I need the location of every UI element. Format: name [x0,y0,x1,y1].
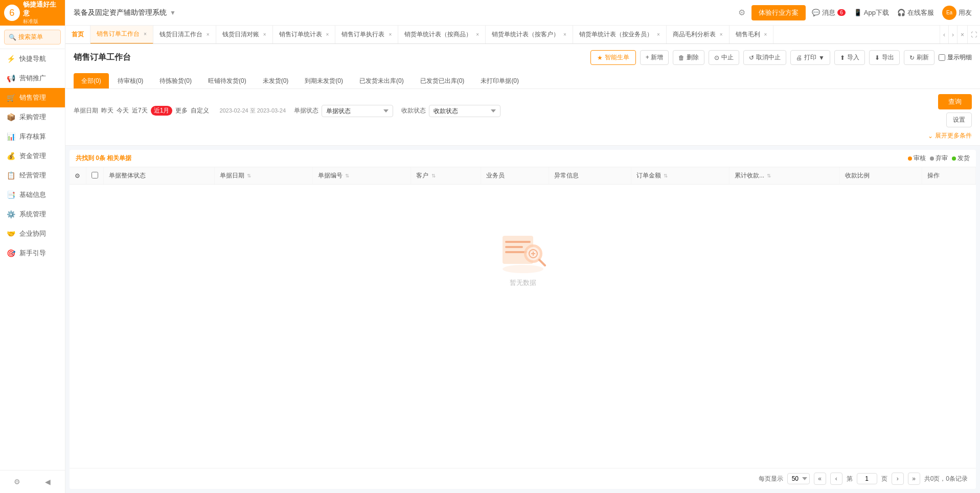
import-button[interactable]: ⬆ 导入 [834,50,865,65]
messages-button[interactable]: 💬 消息 6 [812,8,846,17]
empty-text: 暂无数据 [510,278,536,287]
select-all-checkbox[interactable] [92,172,98,178]
industry-btn[interactable]: 体验行业方案 [751,5,806,20]
query-button[interactable]: 查询 [938,94,972,109]
th-collected[interactable]: 累计收款... ⇅ [730,167,840,185]
tab-close-sales-stat3[interactable]: × [563,32,566,37]
sub-tab-wangpu-pending[interactable]: 旺铺待发货(0) [200,73,254,88]
sidebar-item-quick-nav[interactable]: ⚡ 快捷导航 [0,49,65,69]
tab-sales-gross[interactable]: 销售毛利× [730,26,774,44]
prev-page-button[interactable]: ‹ [830,473,842,485]
cancel-abort-button[interactable]: ↺ 取消中止 [743,50,786,65]
date-7days[interactable]: 近7天 [132,106,148,115]
sidebar-item-operations[interactable]: 📋 经营管理 [0,166,65,185]
th-number[interactable]: 单据编号 ⇅ [312,167,411,185]
cancel-audit-action-button[interactable]: 弃审 [930,154,948,163]
tab-cash-reconcile[interactable]: 钱货日清对账× [216,26,273,44]
next-page-button[interactable]: › [892,473,904,485]
refresh-button[interactable]: ↻ 刷新 [904,50,935,65]
tab-home[interactable]: 首页 [65,26,90,44]
status-filter-item: 单据状态 单据状态 [294,105,393,117]
tab-cash-daily[interactable]: 钱货日清工作台× [153,26,216,44]
tab-close-cash-daily[interactable]: × [207,32,210,37]
expand-filter-button[interactable]: ⌄ 展开更多条件 [928,131,972,140]
sidebar-item-finance[interactable]: 💰 资金管理 [0,146,65,166]
tab-sales-stat4[interactable]: 销货单统计表（按业务员）× [573,26,667,44]
sidebar-item-base-info[interactable]: 📑 基础信息 [0,185,65,205]
tab-profit-analysis[interactable]: 商品毛利分析表× [667,26,730,44]
th-customer[interactable]: 客户 ⇅ [411,167,481,185]
sidebar-item-marketing[interactable]: 📢 营销推广 [0,69,65,88]
sidebar-item-sales[interactable]: 🛒 销售管理 [0,88,65,107]
tab-close-sales-gross[interactable]: × [764,32,767,37]
collapse-sidebar-button[interactable]: ◀ [35,475,61,489]
tab-sales-stat2[interactable]: 销货单统计表（按商品）× [398,26,486,44]
date-more[interactable]: 更多 [175,106,188,115]
show-detail-label[interactable]: 显示明细 [939,53,972,62]
sub-tab-all[interactable]: 全部(0) [74,73,109,88]
user-button[interactable]: Ea 用友 [942,6,972,20]
tab-fullscreen-button[interactable]: ⛶ [967,26,980,44]
app-download-button[interactable]: 📱 App下载 [854,8,889,17]
sidebar-item-cooperation[interactable]: 🤝 企业协同 [0,224,65,243]
add-button[interactable]: + 新增 [640,50,669,65]
logo-title: 畅捷通好生意 [23,1,61,18]
star-icon: ★ [597,54,603,61]
tab-close-sales-exec[interactable]: × [389,32,392,37]
sidebar-item-purchase[interactable]: 📦 采购管理 [0,107,65,127]
date-1month[interactable]: 近1月 [151,106,173,116]
tab-close-sales-workbench[interactable]: × [144,31,147,37]
tab-close-sales-stat4[interactable]: × [657,32,660,37]
date-custom[interactable]: 自定义 [191,106,209,115]
sub-tab-shipped-out[interactable]: 已发货已出库(0) [413,73,472,88]
sub-tab-pending-audit[interactable]: 待审核(0) [110,73,151,88]
show-detail-checkbox[interactable] [939,54,945,61]
column-settings-th[interactable]: ⚙ [70,167,86,185]
filter-settings-button[interactable]: 设置 [946,113,972,127]
sub-tab-pending-check[interactable]: 待拣验货(0) [152,73,199,88]
tab-sales-workbench[interactable]: 销售订单工作台× [90,26,153,44]
th-date[interactable]: 单据日期 ⇅ [214,167,312,185]
tab-scroll-left-button[interactable]: ‹ [940,26,948,44]
online-service-button[interactable]: 🎧 在线客服 [897,8,934,17]
audit-action-button[interactable]: 审核 [908,154,926,163]
tab-close-sales-stat[interactable]: × [326,32,329,37]
tab-close-all-button[interactable]: × [957,26,967,44]
header-settings-icon[interactable]: ⚙ [738,8,745,17]
tab-close-cash-reconcile[interactable]: × [263,32,266,37]
tab-sales-stat[interactable]: 销售订单统计表× [273,26,336,44]
search-menu-button[interactable]: 🔍 搜索菜单 [4,30,61,44]
sub-tab-shipped-not-out[interactable]: 已发货未出库(0) [352,73,412,88]
sub-tab-not-printed[interactable]: 未打印单据(0) [473,73,527,88]
tab-close-sales-stat2[interactable]: × [476,32,479,37]
sidebar-item-inventory[interactable]: 📊 库存核算 [0,127,65,146]
abort-button[interactable]: ⊙ 中止 [709,50,739,65]
delete-button[interactable]: 🗑 删除 [673,50,704,65]
date-yesterday[interactable]: 昨天 [101,106,113,115]
export-button[interactable]: ⬇ 导出 [869,50,900,65]
ship-action-button[interactable]: 发货 [952,154,970,163]
smart-generate-button[interactable]: ★ 智能生单 [590,50,636,65]
status-select[interactable]: 单据状态 [322,105,393,117]
export-icon: ⬇ [875,54,880,61]
table-scroll-container[interactable]: ⚙ 单据整体状态 单据日期 ⇅ [70,167,976,468]
page-number-input[interactable] [857,473,877,484]
per-page-select[interactable]: 50 [787,473,810,484]
last-page-button[interactable]: » [908,473,920,485]
tab-close-profit-analysis[interactable]: × [720,32,723,37]
settings-bottom-button[interactable]: ⚙ [4,475,31,489]
first-page-button[interactable]: « [814,473,826,485]
collection-select[interactable]: 收款状态 [429,105,500,117]
sub-tab-overdue-not-shipped[interactable]: 到期未发货(0) [297,73,351,88]
tab-scroll-right-button[interactable]: › [948,26,957,44]
sub-tab-label-shipped-out: 已发货已出库(0) [420,77,465,84]
sub-tab-not-shipped[interactable]: 未发货(0) [255,73,297,88]
date-today[interactable]: 今天 [117,106,129,115]
sidebar-item-guide[interactable]: 🎯 新手引导 [0,243,65,263]
print-button[interactable]: 🖨 打印 ▼ [790,50,830,65]
sidebar-item-label-purchase: 采购管理 [19,113,46,122]
tab-sales-stat3[interactable]: 销货单统计表（按客户）× [486,26,573,44]
tab-sales-exec[interactable]: 销售订单执行表× [335,26,398,44]
sidebar-item-system[interactable]: ⚙️ 系统管理 [0,205,65,224]
th-amount[interactable]: 订单金额 ⇅ [631,167,729,185]
